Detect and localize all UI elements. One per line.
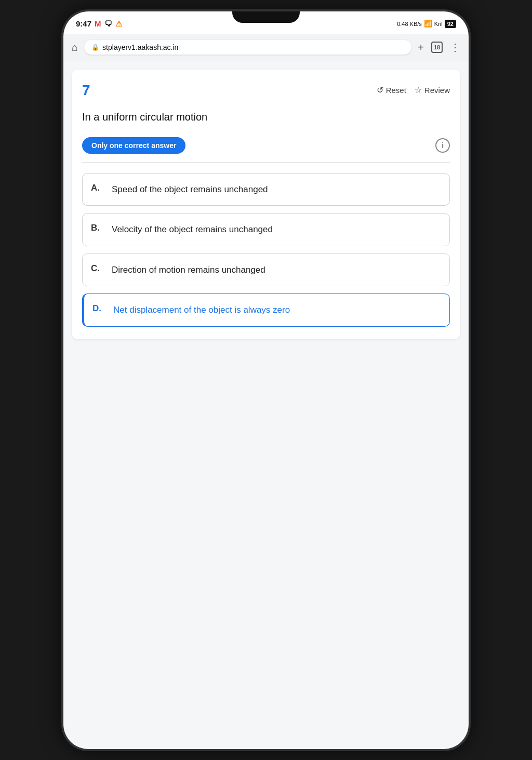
browser-actions: + 18 ⋮ xyxy=(418,41,460,54)
m-icon: M xyxy=(95,19,101,28)
battery-indicator: 92 xyxy=(445,20,456,28)
phone-shell: 9:47 M 🗨 ⚠ 0.48 KB/s 📶 Kril 92 ⌂ 🔒 stpla… xyxy=(63,11,469,749)
header-actions: ↺ Reset ☆ Review xyxy=(377,85,450,95)
lock-icon: 🔒 xyxy=(91,44,99,51)
option-d[interactable]: D. Net displacement of the object is alw… xyxy=(82,294,450,327)
option-a-label: A. xyxy=(91,183,104,193)
time-display: 9:47 xyxy=(76,19,91,28)
status-right: 0.48 KB/s 📶 Kril 92 xyxy=(397,20,456,28)
question-number: 7 xyxy=(82,82,90,99)
signal-label: Kril xyxy=(434,21,443,27)
chat-icon: 🗨 xyxy=(104,19,112,28)
status-left: 9:47 M 🗨 ⚠ xyxy=(76,19,122,29)
options-list: A. Speed of the object remains unchanged… xyxy=(82,173,450,327)
alert-icon: ⚠ xyxy=(115,19,122,29)
answer-type-badge: Only one correct answer xyxy=(82,137,185,154)
option-b[interactable]: B. Velocity of the object remains unchan… xyxy=(82,213,450,246)
question-text: In a uniform circular motion xyxy=(82,109,450,125)
option-b-label: B. xyxy=(91,223,104,233)
tab-count-button[interactable]: 18 xyxy=(431,42,443,53)
home-icon[interactable]: ⌂ xyxy=(72,42,78,54)
notch xyxy=(232,11,300,23)
new-tab-button[interactable]: + xyxy=(418,42,424,54)
option-d-label: D. xyxy=(92,303,106,314)
option-c-label: C. xyxy=(91,263,104,274)
option-b-text: Velocity of the object remains unchanged xyxy=(112,223,273,236)
wifi-icon: 📶 xyxy=(424,20,432,28)
url-text: stplayerv1.aakash.ac.in xyxy=(102,43,178,51)
network-speed: 0.48 KB/s xyxy=(397,21,422,27)
reset-button[interactable]: ↺ Reset xyxy=(377,85,406,95)
star-icon: ☆ xyxy=(415,85,422,95)
option-a[interactable]: A. Speed of the object remains unchanged xyxy=(82,173,450,206)
reset-label: Reset xyxy=(386,86,406,95)
review-label: Review xyxy=(424,86,450,95)
option-d-text: Net displacement of the object is always… xyxy=(113,303,290,317)
option-a-text: Speed of the object remains unchanged xyxy=(112,183,268,196)
info-icon[interactable]: i xyxy=(435,138,450,153)
answer-type-row: Only one correct answer i xyxy=(82,137,450,163)
page-content: 7 ↺ Reset ☆ Review In a uniform circular… xyxy=(63,61,469,749)
review-button[interactable]: ☆ Review xyxy=(415,85,450,95)
menu-button[interactable]: ⋮ xyxy=(450,41,460,54)
url-bar[interactable]: 🔒 stplayerv1.aakash.ac.in xyxy=(84,40,411,55)
browser-bar: ⌂ 🔒 stplayerv1.aakash.ac.in + 18 ⋮ xyxy=(63,34,469,61)
option-c-text: Direction of motion remains unchanged xyxy=(112,263,265,277)
question-container: 7 ↺ Reset ☆ Review In a uniform circular… xyxy=(72,70,460,339)
option-c[interactable]: C. Direction of motion remains unchanged xyxy=(82,254,450,287)
question-header: 7 ↺ Reset ☆ Review xyxy=(82,82,450,99)
reset-icon: ↺ xyxy=(377,85,383,95)
